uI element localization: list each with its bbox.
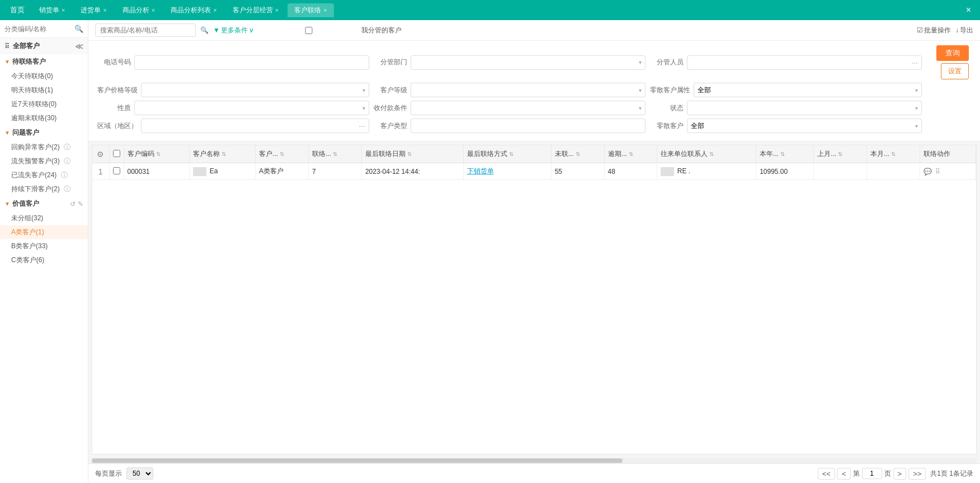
sort-icon-contact-count[interactable]: ⇅ xyxy=(333,151,337,157)
nature-select[interactable]: ▾ xyxy=(134,101,369,115)
search-input[interactable] xyxy=(95,23,196,37)
select-all-checkbox[interactable] xyxy=(113,150,120,157)
tab-product-analysis[interactable]: 商品分析 × xyxy=(116,3,162,17)
dots-icon-2: ··· xyxy=(359,121,365,130)
sidebar-item-repurchase-abnormal[interactable]: 回购异常客户(2) ⓘ xyxy=(0,140,88,154)
sidebar-item-7days[interactable]: 近7天待联络(0) xyxy=(0,97,88,111)
settings-button[interactable]: 设置 xyxy=(941,63,969,79)
filter-row-1: 电话号码 分管部门 ▾ 分管人员 ··· 查询 设置 xyxy=(97,45,971,79)
sidebar-item-declining[interactable]: 持续下滑客户(2) ⓘ xyxy=(0,182,88,196)
row-checkbox[interactable] xyxy=(113,167,120,174)
close-customer-tier-tab[interactable]: × xyxy=(275,7,279,13)
batch-op-button[interactable]: ☑ 批量操作 xyxy=(917,26,951,35)
info-icon-4: ⓘ xyxy=(64,185,70,193)
sort-icon-this-year[interactable]: ⇅ xyxy=(780,151,785,157)
close-sales-tab[interactable]: × xyxy=(62,7,65,13)
filter-cell-scatter-customer: 零散客户 全部 ▾ xyxy=(650,119,922,133)
close-product-analysis-list-tab[interactable]: × xyxy=(213,7,216,13)
tab-purchase[interactable]: 进货单 × xyxy=(74,3,113,17)
manager-input[interactable]: ··· xyxy=(687,55,922,70)
close-customer-contact-tab[interactable]: × xyxy=(323,7,327,13)
tab-home[interactable]: 首页 xyxy=(4,3,30,17)
refresh-icon[interactable]: ↺ xyxy=(70,200,76,208)
sidebar-item-tomorrow[interactable]: 明天待联络(1) xyxy=(0,83,88,97)
edit-icon[interactable]: ✎ xyxy=(78,200,83,208)
more-filter-button[interactable]: ▼ 更多条件 ∨ xyxy=(213,26,254,35)
tab-customer-contact[interactable]: 客户联络 × xyxy=(288,3,333,17)
sidebar-item-churned[interactable]: 已流失客户(24) ⓘ xyxy=(0,168,88,182)
sidebar-search-bar: 🔍 xyxy=(0,20,88,38)
scatter-customer-select[interactable]: 全部 ▾ xyxy=(687,119,922,133)
arrow-icon: ▼ xyxy=(4,59,10,65)
filter-cell-manager: 分管人员 ··· xyxy=(650,55,922,70)
sidebar-item-today[interactable]: 今天待联络(0) xyxy=(0,69,88,83)
sidebar-item-churn-warning[interactable]: 流失预警客户(3) ⓘ xyxy=(0,154,88,168)
price-grade-select[interactable]: ▾ xyxy=(141,83,369,97)
phone-input[interactable] xyxy=(134,55,369,70)
filter-icon: ▼ xyxy=(213,26,220,34)
filter-cell-payment: 收付款条件 ▾ xyxy=(374,101,646,115)
sidebar-item-overdue[interactable]: 逾期未联络(30) xyxy=(0,111,88,125)
chat-icon[interactable]: 💬 xyxy=(924,168,932,176)
window-close-button[interactable]: × xyxy=(962,5,976,15)
export-button[interactable]: ↓ 导出 xyxy=(955,26,973,35)
barcode-icon[interactable]: ⠿ xyxy=(935,168,940,176)
query-button[interactable]: 查询 xyxy=(936,45,969,61)
sidebar-collapse-btn[interactable]: ≪ xyxy=(75,42,83,51)
category-search-input[interactable] xyxy=(4,25,74,33)
row-code: 000031 xyxy=(124,163,190,180)
sort-icon-last-month[interactable]: ⇅ xyxy=(838,151,842,157)
sidebar-item-class-b[interactable]: B类客户(33) xyxy=(0,239,88,253)
sort-icon-last-method[interactable]: ⇅ xyxy=(509,151,513,157)
search-button[interactable]: 🔍 xyxy=(200,26,209,34)
sort-icon-name[interactable]: ⇅ xyxy=(222,151,226,157)
horizontal-scrollbar[interactable] xyxy=(92,458,977,463)
tab-customer-tier[interactable]: 客户分层经营 × xyxy=(226,3,285,17)
dept-select[interactable]: ▾ xyxy=(411,55,646,70)
my-customer-checkbox-label[interactable]: 我分管的客户 xyxy=(258,26,402,35)
bottom-bar: 每页显示 50 << < 第 页 > >> 共1页 1条记录 xyxy=(88,463,980,483)
th-uncontacted: 未联...⇅ xyxy=(551,145,604,163)
sort-icon-overdue[interactable]: ⇅ xyxy=(629,151,633,157)
sort-icon-uncontacted[interactable]: ⇅ xyxy=(576,151,580,157)
th-gear[interactable]: ⚙ xyxy=(92,145,109,163)
scatter-attr-select[interactable]: 全部 ▾ xyxy=(694,83,922,97)
row-last-contact-method: 下销货单 xyxy=(463,163,551,180)
sidebar-item-class-a[interactable]: A类客户(1) xyxy=(0,225,88,239)
prev-page-button[interactable]: < xyxy=(837,468,851,480)
sort-icon-type[interactable]: ⇅ xyxy=(280,151,284,157)
sort-icon-this-month[interactable]: ⇅ xyxy=(891,151,896,157)
sidebar-group-problem[interactable]: ▼ 问题客户 xyxy=(0,125,88,140)
content-area: 🔍 ▼ 更多条件 ∨ 我分管的客户 ☑ 批量操作 ↓ 导出 xyxy=(88,20,980,483)
sort-icon-last-date[interactable]: ⇅ xyxy=(407,151,412,157)
per-page-select[interactable]: 50 xyxy=(126,467,153,480)
next-page-button[interactable]: > xyxy=(893,468,907,480)
sort-icon-unit[interactable]: ⇅ xyxy=(709,151,714,157)
first-page-button[interactable]: << xyxy=(818,468,835,480)
sidebar-group-value[interactable]: ▼ 价值客户 ↺ ✎ xyxy=(0,196,88,211)
scroll-thumb[interactable] xyxy=(92,458,623,463)
row-index: 1 xyxy=(92,163,109,180)
close-purchase-tab[interactable]: × xyxy=(103,7,106,13)
close-product-analysis-tab[interactable]: × xyxy=(152,7,155,13)
chevron-down-icon-8: ▾ xyxy=(915,123,918,129)
status-select[interactable]: ▾ xyxy=(687,101,922,115)
sidebar-item-class-c[interactable]: C类客户(6) xyxy=(0,253,88,267)
tab-sales[interactable]: 销货单 × xyxy=(32,3,72,17)
sidebar-group-pending-contact[interactable]: ▼ 待联络客户 xyxy=(0,54,88,69)
customer-type-input[interactable] xyxy=(411,119,646,133)
last-page-button[interactable]: >> xyxy=(908,468,926,480)
region-input[interactable]: ··· xyxy=(141,119,369,133)
customer-table: ⚙ 客户编码⇅ 客户名称⇅ 客户...⇅ 联络...⇅ xyxy=(92,145,977,454)
sort-icon-code[interactable]: ⇅ xyxy=(156,151,161,157)
payment-select[interactable]: ▾ xyxy=(411,101,646,115)
customer-type-label: 客户类型 xyxy=(374,121,407,131)
customer-grade-select[interactable]: ▾ xyxy=(411,83,646,97)
sidebar-all-customers[interactable]: ⠿ 全部客户 ≪ xyxy=(0,38,88,54)
page-input[interactable] xyxy=(862,468,882,479)
sidebar-item-unclassified[interactable]: 未分组(32) xyxy=(0,211,88,225)
sidebar-search-icon[interactable]: 🔍 xyxy=(74,25,83,33)
my-customer-checkbox[interactable] xyxy=(258,27,359,34)
last-contact-method-link[interactable]: 下销货单 xyxy=(467,167,494,175)
tab-product-analysis-list[interactable]: 商品分析列表 × xyxy=(164,3,223,17)
